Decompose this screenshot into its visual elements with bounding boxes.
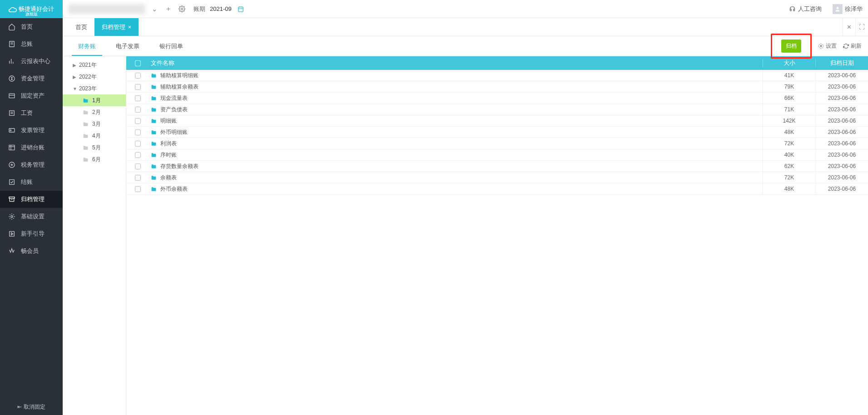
select-all-checkbox[interactable] (135, 60, 141, 66)
month-label: 2月 (92, 109, 101, 116)
row-checkbox[interactable] (135, 129, 141, 135)
tree-year[interactable]: ▶2022年 (63, 71, 126, 83)
file-name: 辅助核算明细账 (160, 72, 198, 79)
table-row[interactable]: 外币余额表48K2023-06-06 (126, 183, 868, 195)
calendar-icon[interactable] (236, 6, 245, 12)
row-checkbox[interactable] (135, 175, 141, 181)
year-label: 2021年 (79, 61, 97, 69)
tree-year[interactable]: ▼2023年 (63, 83, 126, 94)
sub-tab[interactable]: 银行回单 (149, 36, 193, 56)
row-checkbox[interactable] (135, 107, 141, 113)
tab-label: 归档管理 (102, 23, 125, 31)
nav-label: 税务管理 (21, 161, 45, 169)
fullscreen-icon[interactable]: ⛶ (855, 18, 868, 36)
unpin-button[interactable]: ⇤ 取消固定 (0, 399, 63, 415)
table-row[interactable]: 余额表72K2023-06-06 (126, 172, 868, 183)
table-row[interactable]: 辅助核算余额表79K2023-06-06 (126, 81, 868, 93)
page-tab[interactable]: 首页 (68, 18, 94, 36)
company-selector[interactable] (68, 4, 145, 14)
consult-link[interactable]: 人工咨询 (789, 5, 822, 13)
tab-label: 首页 (75, 23, 87, 31)
file-date: 2023-06-06 (828, 129, 856, 135)
nav-item-salary[interactable]: 工资 (0, 104, 63, 122)
row-checkbox[interactable] (135, 186, 141, 192)
sub-tab[interactable]: 财务账 (68, 36, 106, 56)
month-label: 1月 (92, 97, 101, 104)
file-name: 资产负债表 (160, 106, 188, 114)
gear-icon[interactable] (177, 5, 186, 12)
tree-month[interactable]: 4月 (63, 130, 126, 142)
row-checkbox[interactable] (135, 73, 141, 79)
asset-icon (8, 92, 15, 99)
month-label: 4月 (92, 132, 101, 140)
file-name: 利润表 (160, 140, 177, 148)
nav-item-tax[interactable]: 税务管理 (0, 156, 63, 173)
nav-item-vip[interactable]: 畅会员 (0, 242, 63, 260)
row-checkbox[interactable] (135, 95, 141, 101)
sub-tabs: 财务账电子发票银行回单 归档 设置 刷新 (63, 36, 868, 56)
file-size: 40K (784, 152, 794, 158)
archive-button[interactable]: 归档 (781, 40, 801, 53)
user-menu[interactable]: 徐泽华 (833, 4, 863, 14)
nav-item-close[interactable]: 结账 (0, 173, 63, 191)
nav-item-archive[interactable]: 归档管理 (0, 191, 63, 208)
file-date: 2023-06-06 (828, 186, 856, 192)
nav-item-fund[interactable]: 资金管理 (0, 70, 63, 87)
nav-item-invoice[interactable]: 发票管理 (0, 122, 63, 139)
tree-month[interactable]: 3月 (63, 118, 126, 130)
table-row[interactable]: 利润表72K2023-06-06 (126, 138, 868, 149)
nav-item-inout[interactable]: 进销台账 (0, 139, 63, 156)
close-tab-icon[interactable]: ✕ (843, 18, 855, 36)
year-label: 2023年 (79, 85, 97, 93)
nav-label: 进销台账 (21, 143, 45, 152)
close-icon[interactable]: × (128, 24, 131, 30)
nav-item-report[interactable]: 云报表中心 (0, 53, 63, 70)
add-icon[interactable]: ＋ (164, 5, 173, 13)
table-row[interactable]: 明细账142K2023-06-06 (126, 115, 868, 127)
tree-month[interactable]: 2月 (63, 106, 126, 118)
expand-icon: ▶ (73, 74, 76, 79)
nav-item-ledger[interactable]: 总账 (0, 35, 63, 53)
table-row[interactable]: 序时账40K2023-06-06 (126, 149, 868, 161)
row-checkbox[interactable] (135, 152, 141, 158)
row-checkbox[interactable] (135, 163, 141, 169)
folder-icon (83, 109, 89, 115)
row-checkbox[interactable] (135, 84, 141, 90)
file-icon (151, 73, 157, 79)
table-row[interactable]: 存货数量余额表62K2023-06-06 (126, 161, 868, 172)
row-checkbox[interactable] (135, 118, 141, 124)
tree-year[interactable]: ▶2021年 (63, 59, 126, 71)
file-name: 现金流量表 (160, 94, 188, 102)
file-date: 2023-06-06 (828, 174, 856, 181)
file-table: 文件名称 大小 归档日期 辅助核算明细账41K2023-06-06辅助核算余额表… (126, 56, 868, 415)
nav-item-asset[interactable]: 固定资产 (0, 87, 63, 104)
tree-month[interactable]: 6月 (63, 153, 126, 165)
brand-edition: 旗舰版 (25, 11, 38, 17)
refresh-link[interactable]: 刷新 (843, 42, 862, 50)
salary-icon (8, 109, 15, 117)
nav-item-home[interactable]: 首页 (0, 18, 63, 35)
file-size: 79K (784, 84, 794, 90)
nav-item-guide[interactable]: 新手引导 (0, 225, 63, 242)
settings-link[interactable]: 设置 (818, 42, 837, 50)
sub-tab[interactable]: 电子发票 (106, 36, 149, 56)
year-label: 2022年 (79, 73, 97, 81)
page-tab[interactable]: 归档管理× (94, 18, 139, 36)
month-label: 5月 (92, 144, 101, 152)
ledger-icon (8, 40, 15, 48)
fund-icon (8, 75, 15, 82)
gear-icon (818, 43, 824, 49)
tree-month[interactable]: 5月 (63, 142, 126, 153)
svg-marker-22 (11, 232, 13, 235)
table-row[interactable]: 现金流量表66K2023-06-06 (126, 93, 868, 104)
consult-label: 人工咨询 (798, 5, 822, 13)
period-label: 账期 (193, 5, 205, 13)
nav-label: 新手引导 (21, 230, 45, 238)
company-dropdown-icon[interactable]: ⌄ (150, 5, 159, 13)
row-checkbox[interactable] (135, 141, 141, 147)
nav-item-setting[interactable]: 基础设置 (0, 208, 63, 225)
table-row[interactable]: 外币明细账48K2023-06-06 (126, 127, 868, 138)
table-row[interactable]: 资产负债表71K2023-06-06 (126, 104, 868, 115)
tree-month[interactable]: 1月 (63, 94, 126, 106)
table-row[interactable]: 辅助核算明细账41K2023-06-06 (126, 70, 868, 81)
